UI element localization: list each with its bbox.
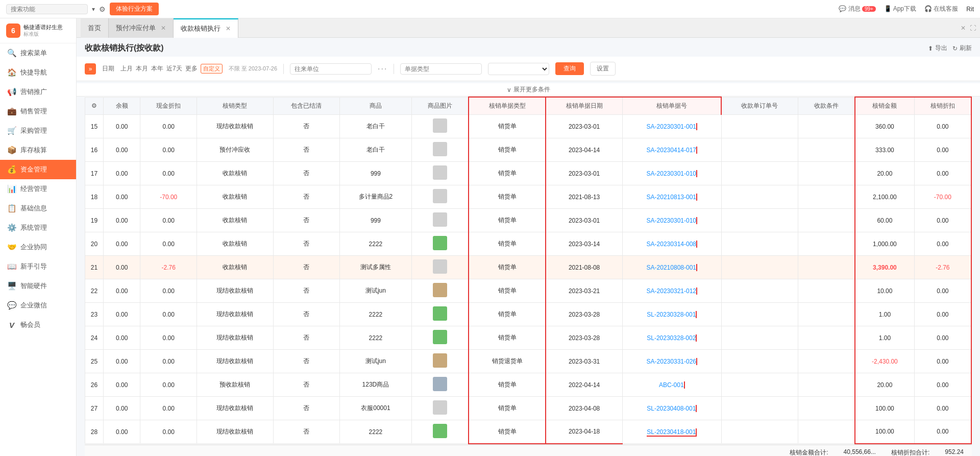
settings-icon[interactable]: ⚙: [99, 5, 106, 13]
row-bill-no[interactable]: SA-20230321-012: [623, 279, 722, 303]
table-row: 16 0.00 0.00 预付冲应收 否 老白干 销货单 2023-04-14 …: [85, 138, 972, 162]
headset-icon: 🎧: [924, 5, 932, 12]
column-settings-button[interactable]: 设置: [590, 62, 616, 76]
date-this-month[interactable]: 本月: [136, 64, 148, 73]
row-discount: 0.00: [914, 232, 971, 256]
sidebar-item-wechat[interactable]: 💬 企业微信: [0, 296, 76, 315]
row-bill-type: 销货单: [469, 303, 546, 326]
row-order-no: [721, 232, 798, 256]
sidebar-item-finance[interactable]: 💰 资金管理: [0, 160, 76, 179]
row-bill-no[interactable]: SL-20230328-002: [623, 326, 722, 350]
row-bill-date: 2023-03-01: [546, 115, 622, 138]
row-bill-type: 销货单: [469, 326, 546, 350]
app-download-link[interactable]: 📱 App下载: [884, 5, 916, 13]
row-bill-no[interactable]: SA-20210813-001: [623, 185, 722, 209]
table-row: 20 0.00 0.00 收款核销 否 2222 销货单 2023-03-14 …: [85, 232, 972, 256]
refresh-button[interactable]: ↻ 刷新: [952, 44, 972, 53]
sidebar-item-system[interactable]: ⚙️ 系统管理: [0, 218, 76, 237]
bill-type-filter-input[interactable]: [400, 63, 482, 75]
row-bill-no[interactable]: SL-20230328-001: [623, 303, 722, 326]
row-bill-type: 销货单: [469, 138, 546, 162]
row-type: 收款核销: [197, 232, 274, 256]
row-bill-no[interactable]: SA-20230414-017: [623, 138, 722, 162]
row-balance: 0.00: [104, 373, 140, 397]
tab-payment[interactable]: 收款核销执行 ✕: [174, 18, 238, 38]
th-payment-cond: 收款条件: [798, 97, 855, 115]
row-bill-no[interactable]: SL-20230418-001: [623, 420, 722, 444]
row-order-no: [721, 162, 798, 185]
row-bill-no[interactable]: SA-20230301-010: [623, 209, 722, 232]
finance-icon: 💰: [7, 165, 16, 174]
sidebar-label-basic: 基础信息: [20, 204, 47, 213]
row-bill-no[interactable]: ABC-001: [623, 373, 722, 397]
row-id: 26: [85, 373, 104, 397]
sidebar-item-nav[interactable]: 🏠 快捷导航: [0, 63, 76, 82]
row-cash-discount: 0.00: [140, 138, 197, 162]
online-service-link[interactable]: 🎧 在线客服: [924, 5, 958, 13]
th-balance: 余额: [104, 97, 140, 115]
date-custom[interactable]: 自定义: [201, 64, 223, 74]
table-row: 18 0.00 -70.00 收款核销 否 多计量商品2 销货单 2021-08…: [85, 185, 972, 209]
date-more[interactable]: 更多: [185, 64, 198, 73]
company-more-button[interactable]: ···: [378, 64, 387, 74]
row-order-no: [721, 256, 798, 279]
query-button[interactable]: 查询: [555, 62, 584, 75]
search-input[interactable]: [6, 4, 88, 14]
export-button[interactable]: ⬆ 导出: [928, 44, 947, 53]
row-type: 现结收款核销: [197, 303, 274, 326]
sidebar-item-basic[interactable]: 📋 基础信息: [0, 199, 76, 218]
sidebar-item-inventory[interactable]: 📦 库存核算: [0, 140, 76, 160]
sidebar-item-management[interactable]: 📊 经营管理: [0, 179, 76, 199]
row-bill-no[interactable]: SA-20230331-026: [623, 350, 722, 373]
th-type: 核销类型: [197, 97, 274, 115]
filter-expand-button[interactable]: »: [85, 63, 96, 75]
sidebar-item-hardware[interactable]: 🖥️ 智能硬件: [0, 276, 76, 296]
row-bill-no[interactable]: SA-20230301-001: [623, 115, 722, 138]
row-id: 27: [85, 397, 104, 420]
sidebar-item-marketing[interactable]: 📢 营销推广: [0, 82, 76, 102]
row-bill-date: 2023-03-14: [546, 232, 622, 256]
dropdown-button[interactable]: ▾: [92, 6, 95, 13]
tab-home[interactable]: 首页: [81, 18, 109, 38]
sidebar-item-purchase[interactable]: 🛒 采购管理: [0, 121, 76, 140]
row-bill-no[interactable]: SA-20210808-001: [623, 256, 722, 279]
page-actions: ⬆ 导出 ↻ 刷新: [928, 44, 972, 53]
expand-more-button[interactable]: ∨ 展开更多条件: [507, 85, 550, 94]
sidebar-item-guide[interactable]: 📖 新手引导: [0, 257, 76, 276]
message-area[interactable]: 💬 消息 99+: [839, 5, 876, 13]
row-amount: 360.00: [855, 115, 914, 138]
row-cash-discount: -2.76: [140, 256, 197, 279]
date-7days[interactable]: 近7天: [166, 64, 182, 73]
row-type: 预付冲应收: [197, 138, 274, 162]
sidebar-item-sales[interactable]: 💼 销售管理: [0, 102, 76, 121]
date-last-month[interactable]: 上月: [120, 64, 133, 73]
row-bill-no[interactable]: SL-20230408-001: [623, 397, 722, 420]
logo-text: 畅捷通谱好生意: [23, 23, 63, 31]
row-bill-type: 销货退货单: [469, 350, 546, 373]
tab-prepay[interactable]: 预付冲应付单 ✕: [109, 18, 174, 38]
row-payment-cond: [798, 209, 855, 232]
row-order-no: [721, 420, 798, 444]
sidebar-item-collab[interactable]: 🤝 企业协同: [0, 237, 76, 257]
bill-type-select[interactable]: [488, 63, 549, 75]
row-goods: 测试jun: [339, 279, 411, 303]
th-settings[interactable]: ⚙: [85, 97, 104, 115]
row-balance: 0.00: [104, 185, 140, 209]
row-discount: 0.00: [914, 397, 971, 420]
row-goods: 2222: [339, 303, 411, 326]
basic-icon: 📋: [7, 204, 16, 213]
date-this-year[interactable]: 本年: [151, 64, 163, 73]
company-filter-input[interactable]: [290, 63, 372, 75]
industry-solution-button[interactable]: 体验行业方案: [110, 3, 159, 15]
tab-payment-close[interactable]: ✕: [226, 25, 231, 32]
close-window-icon[interactable]: ✕: [961, 25, 966, 32]
table-row: 23 0.00 0.00 现结收款核销 否 2222 销货单 2023-03-2…: [85, 303, 972, 326]
table-row: 22 0.00 0.00 现结收款核销 否 测试jun 销货单 2023-03-…: [85, 279, 972, 303]
row-bill-no[interactable]: SA-20230301-010: [623, 162, 722, 185]
maximize-icon[interactable]: ⛶: [970, 25, 976, 32]
sidebar-item-member[interactable]: V 畅会员: [0, 315, 76, 334]
tab-prepay-close[interactable]: ✕: [161, 25, 166, 32]
sidebar-item-search[interactable]: 🔍 搜索菜单: [0, 43, 76, 63]
row-bill-no[interactable]: SA-20230314-008: [623, 232, 722, 256]
table-container[interactable]: ⚙ 余额 现金折扣 核销类型 包含已结清 商品 商品图片 核销单据类型 核销单据…: [77, 97, 980, 456]
